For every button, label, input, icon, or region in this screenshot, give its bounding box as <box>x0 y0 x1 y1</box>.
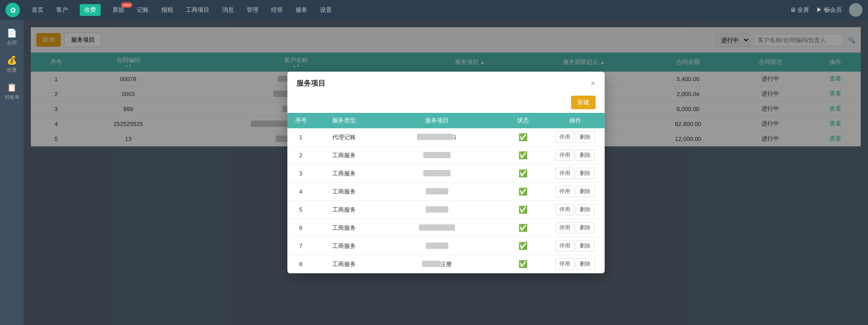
modal-new-button[interactable]: 新建 <box>571 96 596 109</box>
sidebar-item-reconcile[interactable]: 📋 对账单 <box>0 79 24 104</box>
status-active-icon: ✅ <box>519 170 528 177</box>
contract-icon: 📄 <box>7 28 17 38</box>
disable-button[interactable]: 停用 <box>555 186 574 197</box>
list-item: 1 代理记账 1 ✅ 停用 删除 <box>287 128 605 146</box>
fee-icon: 💰 <box>7 55 17 65</box>
disable-button[interactable]: 停用 <box>555 258 574 270</box>
delete-button[interactable]: 删除 <box>576 168 595 179</box>
delete-button[interactable]: 删除 <box>576 186 595 197</box>
status-active-icon: ✅ <box>519 206 528 213</box>
left-sidebar: 📄 合同 💰 收费 📋 对账单 <box>0 20 24 325</box>
nav-tax[interactable]: 报税 <box>160 4 174 16</box>
list-item: 2 工商服务 ✅ 停用 删除 <box>287 146 605 165</box>
status-active-icon: ✅ <box>519 151 528 159</box>
nav-invoice-badge: new <box>121 2 132 8</box>
delete-button[interactable]: 删除 <box>576 222 595 233</box>
service-modal: 服务项目 × 新建 序号 服务类型 服务项目 状态 操作 <box>287 72 605 273</box>
nav-fee[interactable]: 收费 <box>80 4 101 16</box>
modal-col-seq: 序号 <box>287 113 315 128</box>
nav-manage[interactable]: 管理 <box>246 4 259 16</box>
delete-button[interactable]: 删除 <box>576 204 595 215</box>
disable-button[interactable]: 停用 <box>555 150 574 161</box>
modal-header: 服务项目 × <box>287 72 605 92</box>
fullscreen-button[interactable]: 🖥 全屏 <box>790 6 810 14</box>
delete-button[interactable]: 删除 <box>576 131 595 143</box>
sidebar-item-fee-label: 收费 <box>7 67 17 73</box>
modal-service-table: 序号 服务类型 服务项目 状态 操作 1 代理记账 1 ✅ <box>287 113 605 273</box>
disable-button[interactable]: 停用 <box>555 204 574 215</box>
delete-button[interactable]: 删除 <box>576 150 595 161</box>
modal-table-wrap: 序号 服务类型 服务项目 状态 操作 1 代理记账 1 ✅ <box>287 113 605 273</box>
list-item: 5 工商服务 ✅ 停用 删除 <box>287 201 605 219</box>
delete-button[interactable]: 删除 <box>576 240 595 252</box>
disable-button[interactable]: 停用 <box>555 168 574 179</box>
nav-service[interactable]: 服务 <box>295 4 308 16</box>
app-logo: ✿ <box>5 3 20 17</box>
nav-home[interactable]: 首页 <box>31 4 44 16</box>
sidebar-item-contract-label: 合同 <box>7 39 17 46</box>
nav-right: 🖥 全屏 ▶ 畅会员 <box>790 3 863 17</box>
modal-col-item: 服务项目 <box>373 113 500 128</box>
status-active-icon: ✅ <box>519 260 528 268</box>
list-item: 8 工商服务 注册 ✅ 停用 删除 <box>287 255 605 273</box>
status-active-icon: ✅ <box>519 242 528 250</box>
list-item: 7 工商服务 ✅ 停用 删除 <box>287 237 605 255</box>
sidebar-item-reconcile-label: 对账单 <box>5 94 19 101</box>
modal-title: 服务项目 <box>296 79 325 88</box>
nav-invoice[interactable]: 票据 new <box>112 4 125 16</box>
list-item: 3 工商服务 ✅ 停用 删除 <box>287 165 605 183</box>
nav-industry[interactable]: 工商项目 <box>185 4 210 16</box>
status-active-icon: ✅ <box>519 133 528 141</box>
main-content: 新增 服务项目 进行中 全部 已完成 已终止 🔍 序号 合同编码 ▲▼ 客户名称… <box>24 20 868 325</box>
list-item: 6 工商服务 ✅ 停用 删除 <box>287 219 605 237</box>
disable-button[interactable]: 停用 <box>555 222 574 233</box>
nav-customer[interactable]: 客户 <box>55 4 69 16</box>
disable-button[interactable]: 停用 <box>555 240 574 252</box>
nav-operation[interactable]: 经营 <box>270 4 284 16</box>
modal-col-action: 操作 <box>546 113 605 128</box>
status-active-icon: ✅ <box>519 188 528 195</box>
list-item: 4 工商服务 ✅ 停用 删除 <box>287 183 605 201</box>
nav-message[interactable]: 消息 <box>221 4 235 16</box>
nav-settings[interactable]: 设置 <box>319 4 333 16</box>
modal-overlay: 服务项目 × 新建 序号 服务类型 服务项目 状态 操作 <box>24 20 868 325</box>
avatar[interactable] <box>849 3 863 17</box>
nav-bookkeeping[interactable]: 记账 <box>136 4 150 16</box>
delete-button[interactable]: 删除 <box>576 258 595 270</box>
modal-close-button[interactable]: × <box>591 79 596 88</box>
modal-col-type: 服务类型 <box>315 113 373 128</box>
reconcile-icon: 📋 <box>7 82 17 92</box>
status-active-icon: ✅ <box>519 224 528 232</box>
disable-button[interactable]: 停用 <box>555 131 574 143</box>
modal-col-status: 状态 <box>500 113 546 128</box>
modal-toolbar: 新建 <box>287 92 605 113</box>
sidebar-item-contract[interactable]: 📄 合同 <box>0 24 24 50</box>
vip-button[interactable]: ▶ 畅会员 <box>816 6 842 14</box>
top-navigation: ✿ 首页 客户 收费 票据 new 记账 报税 工商项目 消息 管理 经营 服务… <box>0 0 868 20</box>
sidebar-item-fee[interactable]: 💰 收费 <box>0 52 24 77</box>
